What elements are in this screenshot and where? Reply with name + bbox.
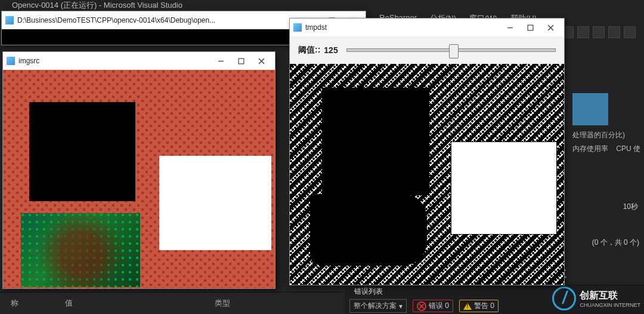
close-button[interactable] [251,54,271,68]
brand-logo-icon [552,287,576,310]
minimize-button[interactable] [500,20,520,35]
mem-label: 内存使用率 [572,144,608,153]
threshold-image [290,64,564,285]
app-icon [5,16,14,24]
col-name: 称 [0,298,54,309]
brand-watermark: 创新互联 CHUANGXIN INTERNET [552,287,640,310]
threshold-value: 125 [324,45,338,55]
black-blob [310,194,427,266]
svg-rect-9 [528,25,533,30]
vs-title: Opencv-0014 (正在运行) - Microsoft Visual St… [12,0,182,11]
error-icon [417,301,426,311]
imgsrc-title: imgsrc [18,57,39,65]
chevron-down-icon: ▾ [399,302,402,310]
toolbar-icon[interactable] [593,26,605,38]
console-title: D:\Business\DemoTEST\CPP\opencv-0014\x64… [17,16,215,24]
green-region [21,213,140,287]
col-value: 值 [54,298,109,309]
threshold-slider[interactable] [346,48,556,52]
toolbar-icon[interactable] [577,26,589,38]
warnings-badge[interactable]: 警告 0 [459,300,499,312]
app-icon [293,23,302,32]
col-type: 类型 [204,298,266,309]
scope-dropdown[interactable]: 整个解决方案 ▾ [349,299,407,313]
cpu-graph [572,93,608,125]
errors-badge[interactable]: 错误 0 [413,300,453,312]
svg-rect-5 [239,59,244,64]
tmpdst-title: tmpdst [305,23,327,32]
threshold-label: 阈值:: [298,45,320,56]
source-image [3,70,275,288]
black-square [29,102,135,201]
time-label: 10秒 [623,202,638,212]
white-square [159,156,271,250]
toolbar-icon[interactable] [608,26,620,38]
tmpdst-window[interactable]: tmpdst 阈值:: 125 [289,18,565,285]
toolbar-icon[interactable] [624,26,636,38]
diagnostics-panel: 10秒 处理器的百分比) 内存使用率 CPU 使 [572,84,644,158]
slider-thumb[interactable] [449,44,459,59]
warning-icon [463,303,472,310]
maximize-button[interactable] [231,54,251,68]
watch-panel: 称 值 类型 [0,292,343,314]
cpu-pct-label: 处理器的百分比) [572,130,644,140]
vs-toolbar [562,26,636,38]
imgsrc-window[interactable]: imgsrc [2,51,275,289]
app-icon [7,57,15,65]
black-blob [322,88,429,195]
counts-label: (0 个，共 0 个) [592,238,639,248]
close-button[interactable] [540,20,561,35]
maximize-button[interactable] [520,20,540,35]
white-square [451,141,557,235]
cpu-label: CPU 使 [616,144,640,153]
minimize-button[interactable] [210,54,231,68]
